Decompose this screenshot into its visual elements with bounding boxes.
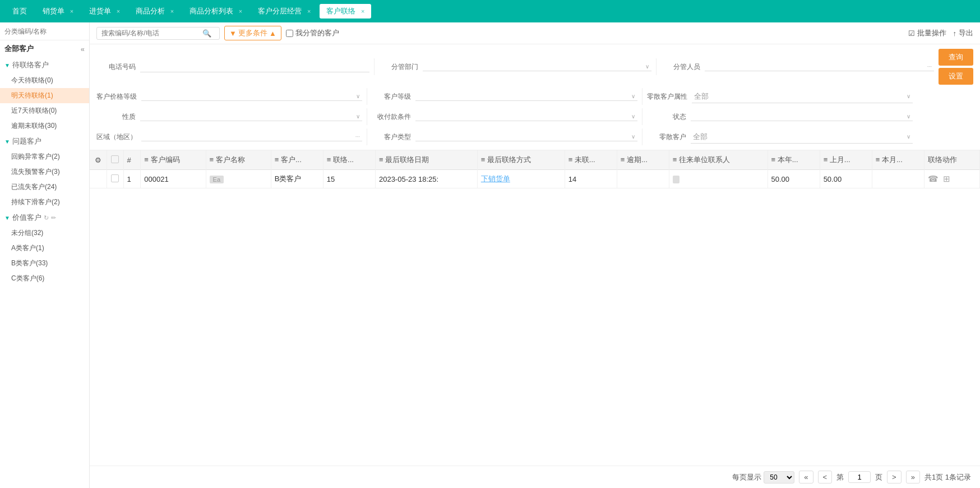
dept-select[interactable]: ∨ [423, 62, 652, 71]
batch-op-btn[interactable]: ☑ 批量操作 [908, 28, 946, 38]
phone-action-icon[interactable]: ☎ [928, 174, 939, 184]
table-row: 1 000021 Ea B类客户 15 2023-05-23 18:25: 下销… [90, 170, 980, 188]
header-checkbox[interactable] [111, 155, 119, 163]
sidebar-item-churn-warning[interactable]: 流失预警客户(3) [0, 164, 89, 179]
toolbar-right: ☑ 批量操作 ↑ 导出 [908, 28, 974, 38]
status-chevron-icon: ∨ [907, 113, 910, 119]
first-page-btn[interactable]: « [799, 471, 813, 484]
data-table-area: ⚙ # ≡ 客户编码 ≡ 客户名称 ≡ 客户... ≡ 联络... ≡ 最后联络… [90, 150, 980, 466]
customer-level-select[interactable]: ∨ [415, 92, 637, 101]
sidebar-item-tomorrow-pending[interactable]: 明天待联络(1) [0, 88, 89, 103]
row-contact: 15 [323, 170, 375, 188]
nav-home[interactable]: 首页 [6, 4, 34, 19]
problem-customers-label: 问题客户 [12, 136, 41, 146]
prev-page-btn[interactable]: < [818, 471, 833, 484]
value-customers-group[interactable]: ▼ 价值客户 ↻ ✏ [0, 210, 89, 225]
close-sales-icon[interactable]: × [70, 8, 73, 15]
price-level-select[interactable]: ∨ [141, 92, 362, 101]
sidebar-item-7days-pending[interactable]: 近7天待联络(0) [0, 103, 89, 118]
query-button[interactable]: 查询 [939, 49, 973, 66]
manager-dots-icon: ··· [927, 63, 932, 70]
manager-label: 分管人员 [661, 62, 700, 72]
nature-select[interactable]: ∨ [140, 112, 362, 121]
sidebar-item-class-b[interactable]: B类客户(33) [0, 256, 89, 271]
sidebar-item-today-pending[interactable]: 今天待联络(0) [0, 73, 89, 88]
status-select[interactable]: ∨ [691, 112, 913, 121]
manager-select[interactable]: ··· [705, 62, 934, 71]
row-checkbox[interactable] [111, 174, 119, 182]
nav-sales[interactable]: 销货单 × [36, 4, 80, 19]
export-label: 导出 [959, 28, 973, 38]
nav-product-analysis[interactable]: 商品分析 × [129, 4, 181, 19]
top-navigation: 首页 销货单 × 进货单 × 商品分析 × 商品分析列表 × 客户分层经营 × … [0, 0, 980, 22]
search-input[interactable] [101, 29, 202, 37]
per-page-select[interactable]: 50 100 200 [764, 471, 794, 484]
status-label: 状态 [647, 112, 686, 122]
last-contact-method-link[interactable]: 下销货单 [481, 174, 510, 183]
row-this-year: 50.00 [768, 170, 820, 188]
sidebar-item-abnormal-repurchase[interactable]: 回购异常客户(2) [0, 149, 89, 164]
customer-type-select[interactable]: ∨ [415, 132, 637, 141]
region-select[interactable]: ··· [141, 132, 362, 141]
pending-contact-label: 待联络客户 [12, 60, 49, 70]
page-number-input[interactable] [848, 471, 871, 483]
export-btn[interactable]: ↑ 导出 [953, 28, 974, 38]
collapse-icon[interactable]: « [81, 45, 85, 53]
my-customers-checkbox[interactable] [286, 30, 293, 37]
nav-product-analysis-list[interactable]: 商品分析列表 × [183, 4, 249, 19]
row-settings-cell [90, 170, 107, 188]
col-seq-header: # [123, 150, 141, 170]
payment-terms-chevron-icon: ∨ [631, 113, 635, 119]
sidebar-search-input[interactable] [4, 27, 89, 35]
retail-customer-label: 零散客户 [647, 132, 686, 142]
more-conditions-btn[interactable]: ▼ 更多条件 ▲ [224, 26, 281, 40]
reset-button[interactable]: 设置 [939, 68, 973, 85]
grid-action-icon[interactable]: ⊞ [943, 174, 950, 184]
close-customer-contact-icon[interactable]: × [361, 8, 364, 15]
nav-customer-stratification[interactable]: 客户分层经营 × [251, 4, 317, 19]
col-settings-header[interactable]: ⚙ [90, 150, 107, 170]
sidebar-item-overdue-pending[interactable]: 逾期未联络(30) [0, 118, 89, 133]
last-page-btn[interactable]: » [906, 471, 920, 484]
sidebar-item-churned[interactable]: 已流失客户(24) [0, 179, 89, 195]
row-code: 000021 [141, 170, 206, 188]
filter-nature: 性质 ∨ [96, 112, 362, 122]
close-product-analysis-icon[interactable]: × [170, 8, 174, 15]
col-name-header: ≡ 客户名称 [206, 150, 271, 170]
payment-terms-label: 收付款条件 [372, 112, 411, 122]
close-product-analysis-list-icon[interactable]: × [239, 8, 242, 15]
sidebar-item-class-a[interactable]: A类客户(1) [0, 241, 89, 256]
nav-customer-contact[interactable]: 客户联络 × [320, 4, 371, 19]
pending-contact-group[interactable]: ▼ 待联络客户 [0, 57, 89, 73]
triangle-down-icon: ▼ [4, 62, 10, 68]
retail-customer-select[interactable]: 全部 ∨ [691, 131, 913, 144]
search-icon[interactable]: 🔍 [202, 29, 211, 38]
col-this-year-header: ≡ 本年... [768, 150, 820, 170]
row-last-contact-date: 2023-05-23 18:25: [375, 170, 477, 188]
retail-attr-value: 全部 [694, 91, 709, 102]
price-level-label: 客户价格等级 [96, 92, 137, 102]
close-purchase-icon[interactable]: × [117, 8, 120, 15]
payment-terms-select[interactable]: ∨ [415, 112, 637, 121]
next-page-btn[interactable]: > [887, 471, 902, 484]
page-suffix: 页 [875, 472, 882, 482]
dept-chevron-icon: ∨ [645, 63, 649, 70]
sidebar-item-ungrouped[interactable]: 未分组(32) [0, 225, 89, 241]
page-size-area: 每页显示 50 100 200 [732, 471, 794, 484]
close-customer-stratification-icon[interactable]: × [307, 8, 311, 15]
sidebar-item-class-c[interactable]: C类客户(6) [0, 271, 89, 286]
sidebar-item-declining[interactable]: 持续下滑客户(2) [0, 195, 89, 210]
retail-attr-select[interactable]: 全部 ∨ [692, 90, 913, 103]
nature-chevron-icon: ∨ [356, 113, 360, 119]
problem-customers-group[interactable]: ▼ 问题客户 [0, 133, 89, 149]
refresh-icon[interactable]: ↻ [44, 214, 49, 222]
phone-input[interactable] [140, 62, 369, 72]
col-action-header: 联络动作 [924, 150, 979, 170]
edit-icon[interactable]: ✏ [51, 214, 56, 222]
col-no-contact-header: ≡ 未联... [565, 150, 617, 170]
nav-purchase[interactable]: 进货单 × [82, 4, 127, 19]
col-overdue-header: ≡ 逾期... [617, 150, 669, 170]
filter-retail-attr: 零散客户属性 全部 ∨ [647, 90, 913, 103]
all-customers-header[interactable]: 全部客户 « [0, 40, 89, 57]
search-box: 🔍 [96, 27, 220, 40]
